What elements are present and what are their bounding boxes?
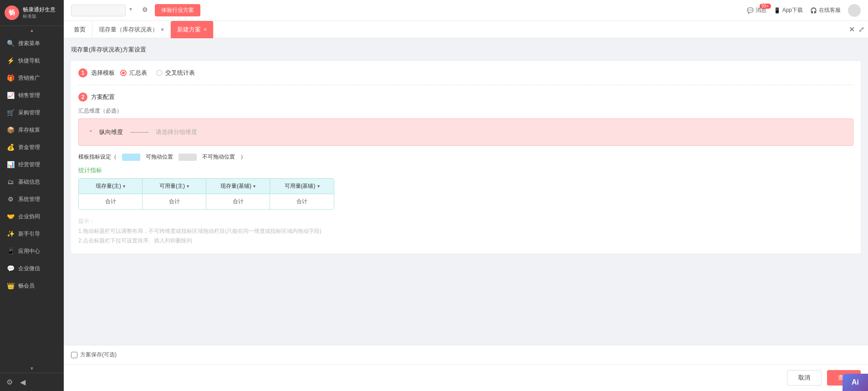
topbar-dropdown-icon[interactable]: ▾	[129, 6, 138, 15]
sidebar-item-label: 企业协同	[18, 213, 40, 221]
radio-cross-label: 交叉统计表	[165, 69, 195, 77]
app-download-btn[interactable]: 📱 App下载	[774, 6, 803, 14]
divider-1	[78, 85, 853, 85]
collapse-icon[interactable]: ◀	[20, 378, 26, 386]
tip-2: 2.点击标题栏下拉可设置排序、插入列和删除列	[78, 236, 853, 246]
radio-summary-dot	[120, 70, 127, 76]
nav-icon: ⚡	[6, 57, 15, 65]
tab-inventory[interactable]: 现存量（库存状况表） ×	[92, 21, 171, 38]
step2-section: 2 方案配置 汇总维度（必选） * 纵向维度 请选择分组维度 模板指标设定（ 可…	[78, 93, 853, 246]
tab-bar-actions: ✕ ⤢	[849, 25, 864, 34]
col-header-0[interactable]: 现存量(主) ▾	[79, 179, 142, 194]
home-tab-label: 首页	[74, 26, 86, 34]
step2-badge: 2	[78, 93, 87, 102]
draggable-indicator	[122, 154, 140, 161]
sidebar-item-inventory[interactable]: 📦 库存核算	[0, 121, 64, 139]
sidebar-item-wechat[interactable]: 💬 企业微信	[0, 260, 64, 277]
tab-new-plan[interactable]: 新建方案 ×	[171, 21, 214, 38]
inventory-icon: 📦	[6, 126, 15, 134]
page-title: 现存量(库存状况表)方案设置	[71, 46, 861, 54]
new-plan-tab-close[interactable]: ×	[204, 26, 207, 33]
topbar: ▾ ⚙ 体验行业方案 💬 消息 99+ 📱 App下载 🎧 在线客服	[64, 0, 868, 21]
step1-title: 选择模板	[91, 69, 115, 77]
sidebar-item-label: 系统管理	[18, 196, 40, 203]
main-area: 首页 现存量（库存状况表） × 新建方案 × ✕ ⤢ 现存量(库存状况表)方案设…	[64, 21, 868, 391]
col-header-2[interactable]: 现存量(基辅) ▾	[206, 179, 270, 194]
tab-home[interactable]: 首页	[67, 21, 92, 38]
dimension-field-label: 汇总维度（必选）	[78, 107, 853, 115]
search-icon: 🔍	[6, 39, 15, 47]
tip-1: 1.拖动标题栏可以调整布局，不可跨维度或指标区域拖动栏目(只能在同一维度或指标区…	[78, 226, 853, 237]
headset-icon: 🎧	[810, 7, 817, 14]
template-label: 模板指标设定（	[78, 153, 117, 161]
sidebar-item-appstore[interactable]: 📱 应用中心	[0, 242, 64, 260]
sidebar-item-label: 采购管理	[18, 109, 40, 117]
tab-bar: 首页 现存量（库存状况表） × 新建方案 × ✕ ⤢	[64, 21, 868, 38]
dimension-box[interactable]: * 纵向维度 请选择分组维度	[78, 118, 853, 146]
stats-col-0: 现存量(主) ▾ 合计	[79, 179, 143, 209]
sidebar-item-member[interactable]: 👑 畅会员	[0, 277, 64, 294]
tab-close-window[interactable]: ✕	[849, 25, 855, 34]
tab-expand[interactable]: ⤢	[858, 25, 864, 34]
radio-summary[interactable]: 汇总表	[120, 69, 147, 77]
stats-col-3: 可用量(基辅) ▾ 合计	[270, 179, 334, 209]
sidebar-item-search[interactable]: 🔍 搜索菜单	[0, 35, 64, 52]
sidebar-item-nav[interactable]: ⚡ 快捷导航	[0, 52, 64, 69]
radio-cross[interactable]: 交叉统计表	[156, 69, 195, 77]
sidebar-item-guide[interactable]: ✨ 新手引导	[0, 225, 64, 242]
draggable-label: 可拖动位置	[146, 153, 173, 161]
col-label-1: 可用量(主)	[159, 182, 185, 190]
sidebar-item-basic[interactable]: 🗂 基础信息	[0, 173, 64, 190]
settings-icon[interactable]: ⚙	[6, 378, 13, 386]
col-arrow-3: ▾	[317, 184, 320, 189]
sidebar-item-label: 基础信息	[18, 178, 40, 186]
sidebar-item-label: 库存核算	[18, 126, 40, 134]
sidebar-item-system[interactable]: ⚙ 系统管理	[0, 190, 64, 208]
sidebar-scroll-up[interactable]: ▲	[0, 26, 64, 35]
fixed-indicator	[179, 154, 197, 161]
save-label: 方案保存(可选)	[80, 351, 117, 359]
sidebar-scroll-down[interactable]: ▼	[0, 364, 64, 373]
sidebar-logo: 畅 畅康通好生意 标准版	[0, 0, 64, 26]
col-body-0: 合计	[79, 194, 142, 209]
sidebar-item-finance[interactable]: 💰 资金管理	[0, 139, 64, 156]
new-plan-tab-label: 新建方案	[177, 26, 201, 34]
ai-badge[interactable]: Ai	[842, 374, 868, 391]
dim-placeholder: 请选择分组维度	[156, 128, 197, 136]
sidebar-item-marketing[interactable]: 🎁 营销推广	[0, 69, 64, 87]
sidebar-item-label: 销售管理	[18, 92, 40, 99]
sidebar-item-label: 搜索菜单	[18, 40, 40, 47]
stats-table-header: 现存量(主) ▾ 合计 可用量(主) ▾ 合计	[79, 179, 334, 209]
sidebar-item-purchase[interactable]: 🛒 采购管理	[0, 104, 64, 121]
sidebar-item-collab[interactable]: 🤝 企业协同	[0, 208, 64, 225]
col-arrow-2: ▾	[253, 184, 255, 189]
message-btn[interactable]: 💬 消息 99+	[747, 6, 766, 14]
col-arrow-0: ▾	[123, 184, 125, 189]
trial-btn[interactable]: 体验行业方案	[155, 4, 200, 16]
sidebar-item-label: 营销推广	[18, 74, 40, 82]
topbar-right: 💬 消息 99+ 📱 App下载 🎧 在线客服	[747, 4, 861, 17]
save-checkbox[interactable]	[71, 352, 77, 358]
col-body-3: 合计	[270, 194, 334, 209]
user-avatar[interactable]	[848, 4, 861, 17]
col-header-1[interactable]: 可用量(主) ▾	[143, 179, 206, 194]
tips-title: 提示：	[78, 218, 95, 224]
wechat-icon: 💬	[6, 264, 15, 273]
step1-badge: 1	[78, 68, 87, 77]
step1-header: 1 选择模板 汇总表 交叉统计表	[78, 68, 853, 77]
inventory-tab-close[interactable]: ×	[161, 26, 164, 33]
sidebar-item-label: 新手引导	[18, 230, 40, 238]
stats-col-2: 现存量(基辅) ▾ 合计	[206, 179, 270, 209]
sidebar-item-sales[interactable]: 📈 销售管理	[0, 87, 64, 104]
topbar-search-input[interactable]	[71, 5, 126, 16]
online-service-btn[interactable]: 🎧 在线客服	[810, 6, 841, 14]
tips-section: 提示： 1.拖动标题栏可以调整布局，不可跨维度或指标区域拖动栏目(只能在同一维度…	[78, 216, 853, 246]
sidebar-item-management[interactable]: 📊 经营管理	[0, 156, 64, 173]
topbar-gear-icon[interactable]: ⚙	[142, 6, 151, 15]
stats-col-1: 可用量(主) ▾ 合计	[143, 179, 206, 209]
content-area: 现存量(库存状况表)方案设置 1 选择模板 汇总表 交叉统计表	[64, 38, 868, 345]
finance-icon: 💰	[6, 143, 15, 151]
col-header-3[interactable]: 可用量(基辅) ▾	[270, 179, 334, 194]
cancel-button[interactable]: 取消	[787, 370, 822, 386]
logo-icon: 畅	[5, 5, 19, 20]
